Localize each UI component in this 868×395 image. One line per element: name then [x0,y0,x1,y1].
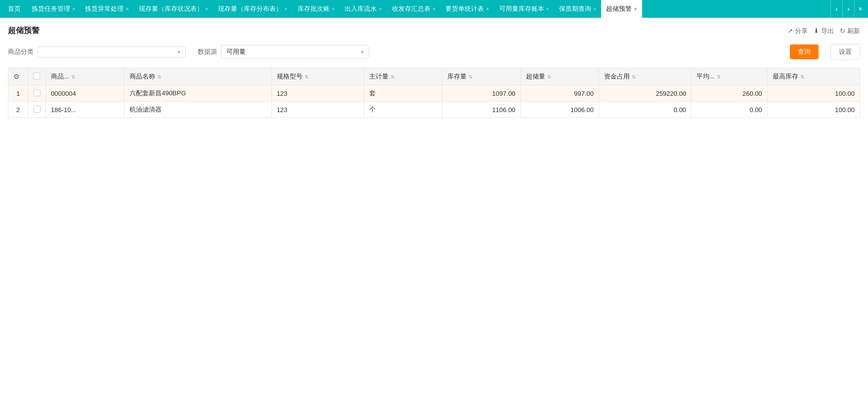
nav-tab-label-5: 出入库流水 [345,4,377,13]
cell-spec: 123 [271,85,364,102]
cell-num: 2 [8,102,28,118]
main-content: 超储预警 ↗ 分享 ⬇ 导出 ↻ 刷新 商品分类 ▾ 数据源 [0,18,868,395]
nav-tab-1[interactable]: 拣货异常处理 × [80,0,133,18]
share-button[interactable]: ↗ 分享 [787,27,808,36]
cell-max: 100.00 [767,102,860,118]
col-spec-label: 规格型号 [277,72,303,81]
col-capital-sort-icon: ⇅ [632,74,636,79]
top-navigation: 首页 拣货任务管理 ×拣货异常处理 ×现存量（库存状况表） ×现存量（库存分布表… [0,0,868,18]
col-avg-header[interactable]: 平均... ⇅ [692,68,768,85]
nav-tab-label-8: 可用量库存账本 [499,4,544,13]
table-row[interactable]: 2186-10...机油滤清器123个1106.001006.000.000.0… [8,102,860,118]
nav-tab-7[interactable]: 要货单统计表 × [440,0,494,18]
col-name-header[interactable]: 商品名称 ⇅ [125,68,271,85]
nav-tab-close-9[interactable]: × [593,6,596,12]
col-code-sort-icon: ⇅ [71,74,75,79]
filter-row: 商品分类 ▾ 数据源 可用量 ▾ 查询 设置 [8,44,860,60]
nav-tab-close-10[interactable]: × [634,6,637,12]
nav-tab-close-2[interactable]: × [205,6,208,12]
nav-tab-8[interactable]: 可用量库存账本 × [494,0,554,18]
query-button[interactable]: 查询 [790,44,819,59]
nav-tab-label-4: 库存批次账 [298,4,330,13]
nav-tab-close-8[interactable]: × [546,6,549,12]
share-label: 分享 [795,27,808,36]
cell-num: 1 [8,85,28,102]
refresh-button[interactable]: ↻ 刷新 [840,27,860,36]
cell-capital: 0.00 [599,102,692,118]
nav-tab-3[interactable]: 现存量（库存分布表） × [213,0,292,18]
share-icon: ↗ [787,27,793,35]
settings-button[interactable]: 设置 [830,44,860,60]
header-actions: ↗ 分享 ⬇ 导出 ↻ 刷新 [787,27,860,36]
nav-close-arrow[interactable]: × [854,0,866,18]
nav-tab-label-9: 保质期查询 [559,4,591,13]
col-stock-label: 库存量 [447,72,467,81]
nav-tab-10[interactable]: 超储预警 × [601,0,642,18]
col-over-sort-icon: ⇅ [547,74,551,79]
nav-next-arrow[interactable]: › [842,0,854,18]
nav-prev-arrow[interactable]: ‹ [830,0,842,18]
nav-tab-9[interactable]: 保质期查询 × [554,0,601,18]
table-row[interactable]: 10000004六配套新昌490BPG123套1097.00997.002592… [8,85,860,102]
col-max-label: 最高库存 [773,72,798,81]
nav-tab-close-0[interactable]: × [72,6,75,12]
export-button[interactable]: ⬇ 导出 [814,27,834,36]
nav-home[interactable]: 首页 [2,0,27,18]
col-over-header[interactable]: 超储量 ⇅ [521,68,599,85]
col-capital-header[interactable]: 资金占用 ⇅ [599,68,692,85]
refresh-icon: ↻ [840,27,845,35]
col-spec-sort-icon: ⇅ [304,74,308,79]
row-checkbox-1[interactable] [34,106,41,113]
cell-spec: 123 [271,102,364,118]
nav-tab-6[interactable]: 收发存汇总表 × [387,0,440,18]
nav-tab-2[interactable]: 现存量（库存状况表） × [134,0,213,18]
col-gear-header: ⚙ [8,68,28,85]
category-arrow-icon: ▾ [177,49,180,55]
nav-tab-close-4[interactable]: × [332,6,335,12]
cell-over: 997.00 [521,85,599,102]
col-stock-sort-icon: ⇅ [469,74,473,79]
col-name-sort-icon: ⇅ [157,74,161,79]
data-table: ⚙ 商品... ⇅ 商品名称 ⇅ [8,68,860,118]
page-header: 超储预警 ↗ 分享 ⬇ 导出 ↻ 刷新 [8,26,860,36]
cell-over: 1006.00 [521,102,599,118]
cell-check [28,102,46,118]
nav-tab-close-6[interactable]: × [433,6,435,12]
page-title: 超储预警 [8,26,40,36]
col-unit-sort-icon: ⇅ [391,74,394,79]
export-label: 导出 [821,27,834,36]
col-spec-header[interactable]: 规格型号 ⇅ [271,68,364,85]
header-checkbox[interactable] [33,73,40,79]
nav-tab-close-3[interactable]: × [284,6,287,12]
row-checkbox-0[interactable] [34,89,41,96]
category-select[interactable]: ▾ [38,46,186,58]
nav-tab-0[interactable]: 拣货任务管理 × [27,0,80,18]
cell-capital: 259220.00 [599,85,692,102]
nav-tab-4[interactable]: 库存批次账 × [293,0,340,18]
nav-arrows: ‹ › × [830,0,866,18]
nav-tab-close-1[interactable]: × [126,6,129,12]
cell-avg: 260.00 [692,85,768,102]
gear-icon[interactable]: ⚙ [13,73,20,80]
datasource-select[interactable]: 可用量 ▾ [221,45,369,59]
col-unit-header[interactable]: 主计量 ⇅ [364,68,442,85]
col-code-header[interactable]: 商品... ⇅ [46,68,125,85]
col-max-sort-icon: ⇅ [800,74,804,79]
nav-tab-label-1: 拣货异常处理 [85,4,124,13]
nav-tab-label-2: 现存量（库存状况表） [139,4,203,13]
nav-tab-label-6: 收发存汇总表 [392,4,431,13]
nav-tab-close-5[interactable]: × [379,6,382,12]
col-stock-header[interactable]: 库存量 ⇅ [442,68,521,85]
nav-tab-label-3: 现存量（库存分布表） [218,4,282,13]
datasource-value: 可用量 [226,47,246,56]
cell-stock: 1106.00 [442,102,521,118]
nav-tab-5[interactable]: 出入库流水 × [340,0,387,18]
nav-tab-close-7[interactable]: × [486,6,489,12]
datasource-filter: 数据源 可用量 ▾ [198,45,369,59]
nav-tab-label-0: 拣货任务管理 [32,4,70,13]
nav-tab-label-10: 超储预警 [606,4,632,13]
cell-unit: 个 [364,102,442,118]
col-max-header[interactable]: 最高库存 ⇅ [767,68,860,85]
cell-code: 186-10... [46,102,125,118]
cell-stock: 1097.00 [442,85,521,102]
